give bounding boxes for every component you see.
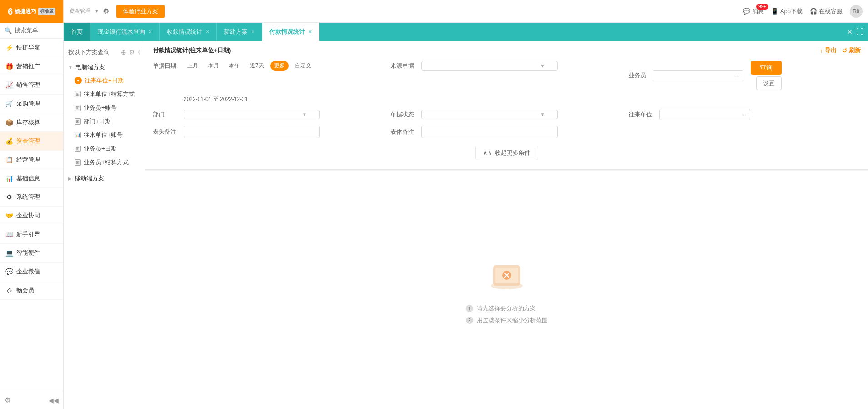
body-note-input[interactable] <box>421 126 558 138</box>
export-button[interactable]: ↑ 导出 <box>820 46 837 55</box>
sidebar-item-purchase[interactable]: 🛒 采购管理 <box>0 95 63 113</box>
online-service-button[interactable]: 🎧 在线客服 <box>810 7 843 15</box>
mobile-group-title[interactable]: ▶ 移动端方案 <box>64 172 145 185</box>
scheme-table-icon: ⊞ <box>75 118 81 125</box>
tabbar: 首页 现金银行流水查询 × 收款情况统计 × 新建方案 × 付款情况统计 × ✕… <box>64 23 868 41</box>
sidebar-search-item[interactable]: 🔍 搜索菜单 <box>0 23 63 39</box>
this-month-btn[interactable]: 本月 <box>205 61 223 71</box>
tab-receipt[interactable]: 收款情况统计 × <box>160 23 217 41</box>
custom-date-btn[interactable]: 自定义 <box>291 61 315 71</box>
messages-button[interactable]: 💬 消息 99+ <box>743 7 764 15</box>
sidebar-item-coop[interactable]: 🤝 企业协同 <box>0 207 63 225</box>
scheme-table-icon: ⊞ <box>75 146 81 152</box>
desktop-group-label: 电脑端方案 <box>75 63 105 71</box>
sidebar-item-label: 畅会员 <box>16 286 34 294</box>
scheme-item-label: 业务员+日期 <box>84 145 117 153</box>
settings-scheme-icon[interactable]: ⚙ <box>129 49 135 56</box>
last-7days-btn[interactable]: 近7天 <box>246 61 268 71</box>
panel-collapse-icon[interactable]: 《 <box>135 49 140 56</box>
header-note-input[interactable] <box>184 126 320 138</box>
more-dates-btn[interactable]: 更多 <box>270 61 289 71</box>
scheme-item-sales-account[interactable]: ⊞ 业务员+账号 <box>64 101 145 115</box>
gift-icon: 🎁 <box>5 62 14 71</box>
counterpart-input[interactable]: ··· <box>659 109 750 120</box>
scheme-item-sales-date[interactable]: ⊞ 业务员+日期 <box>64 142 145 156</box>
tab-home[interactable]: 首页 <box>64 23 90 41</box>
sidebar-item-label: 智能硬件 <box>16 249 40 257</box>
last-month-btn[interactable]: 上月 <box>184 61 202 71</box>
sidebar-item-basic[interactable]: 📊 基础信息 <box>0 169 63 188</box>
tab-bank-close[interactable]: × <box>149 29 152 35</box>
tab-new-plan-close[interactable]: × <box>251 29 254 35</box>
sidebar-item-marketing[interactable]: 🎁 营销推广 <box>0 57 63 76</box>
tab-payment[interactable]: 付款情况统计 × <box>262 23 319 41</box>
bill-status-select[interactable]: ▼ <box>421 110 558 119</box>
purchase-icon: 🛒 <box>5 99 14 108</box>
settings-icon[interactable]: ⚙ <box>5 396 11 404</box>
dept-select[interactable]: ▼ <box>184 110 320 119</box>
sidebar-item-label: 系统管理 <box>16 193 40 201</box>
tab-payment-label: 付款情况统计 <box>269 28 305 36</box>
topbar-chevron: ▼ <box>95 9 99 14</box>
sidebar-item-guide[interactable]: 📖 新手引导 <box>0 225 63 244</box>
sidebar-subtitle: 标准版 <box>38 8 55 15</box>
sidebar-item-finance[interactable]: 💰 资金管理 <box>0 132 63 151</box>
coop-icon: 🤝 <box>5 211 14 220</box>
scheme-item-sales-settle[interactable]: ⊞ 业务员+结算方式 <box>64 156 145 169</box>
scheme-chart-icon: 📊 <box>75 132 81 138</box>
query-button[interactable]: 查询 <box>751 61 782 75</box>
app-download-button[interactable]: 📱 App下载 <box>771 7 803 15</box>
scheme-table-icon: ⊞ <box>75 91 81 97</box>
scheme-item-dept-date[interactable]: ⊞ 部门+日期 <box>64 115 145 128</box>
close-all-tabs-icon[interactable]: ✕ <box>847 28 853 36</box>
sidebar-item-inventory[interactable]: 📦 库存核算 <box>0 113 63 132</box>
sidebar-item-label: 新手引导 <box>16 230 40 238</box>
operation-icon: 📋 <box>5 155 14 164</box>
sidebar-item-hardware[interactable]: 💻 智能硬件 <box>0 244 63 263</box>
collapse-conditions-button[interactable]: ∧∧ 收起更多条件 <box>475 146 538 160</box>
bill-status-chevron-icon: ▼ <box>540 112 544 117</box>
add-scheme-icon[interactable]: ⊕ <box>121 49 126 56</box>
refresh-button[interactable]: ↺ 刷新 <box>842 46 861 55</box>
tip-num-1: 1 <box>466 305 473 312</box>
desktop-group-title[interactable]: ▼ 电脑端方案 <box>64 61 145 74</box>
sidebar-item-weixin[interactable]: 💬 企业微信 <box>0 263 63 281</box>
topbar-left: 资金管理 ▼ ⚙ 体验行业方案 <box>69 5 165 18</box>
panel-header: 按以下方案查询 ⊕ ⚙ 《 <box>64 45 145 59</box>
sidebar-item-label: 企业微信 <box>16 268 40 276</box>
this-year-btn[interactable]: 本年 <box>225 61 244 71</box>
scheme-active-icon: ● <box>75 77 82 84</box>
scheme-item-unit-settle[interactable]: ⊞ 往来单位+结算方式 <box>64 87 145 101</box>
salesman-input[interactable]: ··· <box>653 70 743 81</box>
tab-receipt-label: 收款情况统计 <box>167 28 202 36</box>
collapse-sidebar-icon[interactable]: ◀◀ <box>49 397 59 404</box>
scheme-item-label: 往来单位+账号 <box>84 131 123 139</box>
scheme-item-unit-account[interactable]: 📊 往来单位+账号 <box>64 128 145 142</box>
date-options: 上月 本月 本年 近7天 更多 自定义 <box>184 61 318 71</box>
avatar[interactable]: Rit <box>850 5 863 18</box>
quick-nav-icon: ⚡ <box>5 43 14 52</box>
mobile-group-arrow: ▶ <box>68 176 72 181</box>
tab-bank[interactable]: 现金银行流水查询 × <box>90 23 160 41</box>
sidebar-item-operation[interactable]: 📋 经营管理 <box>0 151 63 169</box>
sidebar-item-sales[interactable]: 📈 销售管理 <box>0 76 63 95</box>
tab-payment-close[interactable]: × <box>309 29 312 35</box>
source-select[interactable]: ▼ <box>421 61 558 71</box>
salesman-label: 业务员 <box>629 71 649 80</box>
tab-receipt-close[interactable]: × <box>206 29 209 35</box>
scheme-item-unit-date[interactable]: ● 往来单位+日期 <box>64 74 145 87</box>
empty-icon <box>484 252 529 297</box>
sidebar-logo: 6 <box>8 6 13 17</box>
expand-icon[interactable]: ⛶ <box>856 28 863 36</box>
try-industry-button[interactable]: 体验行业方案 <box>116 5 165 18</box>
right-content-panel: 付款情况统计(往来单位+日期) ↑ 导出 ↺ 刷新 <box>145 41 868 409</box>
salesman-dots[interactable]: ··· <box>734 72 739 79</box>
counterpart-dots[interactable]: ··· <box>741 111 746 118</box>
tab-new-plan[interactable]: 新建方案 × <box>217 23 262 41</box>
topbar-gear-icon[interactable]: ⚙ <box>103 7 109 15</box>
sidebar-item-quick-nav[interactable]: ⚡ 快捷导航 <box>0 39 63 57</box>
settings-button[interactable]: 设置 <box>756 76 782 90</box>
sidebar-item-member[interactable]: ◇ 畅会员 <box>0 281 63 300</box>
sidebar-item-system[interactable]: ⚙ 系统管理 <box>0 188 63 207</box>
tabbar-actions: ✕ ⛶ <box>842 23 868 41</box>
